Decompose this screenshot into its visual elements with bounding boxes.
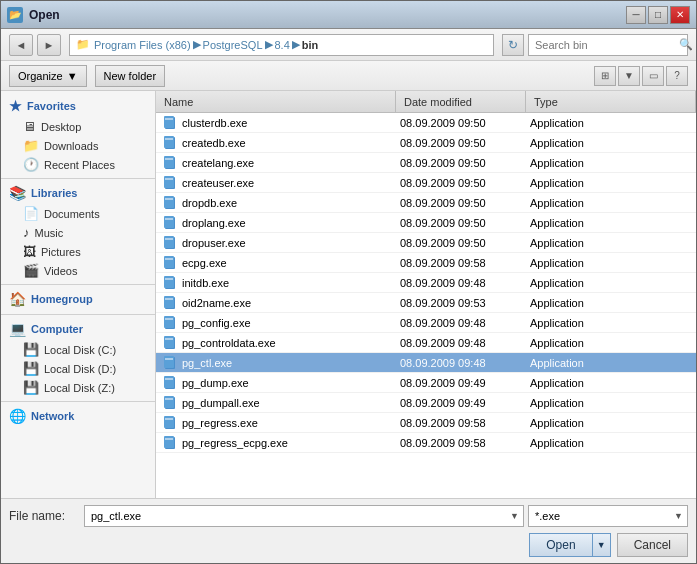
open-dropdown-button[interactable]: ▼ [593, 533, 611, 557]
favorites-icon: ★ [9, 98, 22, 114]
column-header-name[interactable]: Name [156, 91, 396, 112]
svg-rect-37 [164, 356, 174, 368]
file-date: 08.09.2009 09:50 [400, 177, 530, 189]
action-toolbar: Organize ▼ New folder ⊞ ▼ ▭ ? [1, 61, 696, 91]
organize-button[interactable]: Organize ▼ [9, 65, 87, 87]
local-disk-z-icon: 💾 [23, 380, 39, 395]
table-row[interactable]: dropuser.exe08.09.2009 09:50Application [156, 233, 696, 253]
table-row[interactable]: pg_regress_ecpg.exe08.09.2009 09:58Appli… [156, 433, 696, 453]
sidebar-favorites-header[interactable]: ★ Favorites [1, 95, 155, 117]
filename-label: File name: [9, 509, 84, 523]
table-row[interactable]: pg_regress.exe08.09.2009 09:58Applicatio… [156, 413, 696, 433]
organize-arrow-icon: ▼ [67, 70, 78, 82]
column-header-date[interactable]: Date modified [396, 91, 526, 112]
table-row[interactable]: initdb.exe08.09.2009 09:48Application [156, 273, 696, 293]
table-row[interactable]: createdb.exe08.09.2009 09:50Application [156, 133, 696, 153]
svg-rect-5 [165, 138, 173, 140]
sidebar-network-header[interactable]: 🌐 Network [1, 405, 155, 427]
breadcrumb-sep2: ▶ [265, 38, 273, 51]
sidebar-computer-header[interactable]: 💻 Computer [1, 318, 155, 340]
filename-input[interactable] [84, 505, 524, 527]
search-icon[interactable]: 🔍 [679, 35, 693, 55]
help-button[interactable]: ? [666, 66, 688, 86]
svg-rect-35 [165, 338, 173, 340]
svg-rect-26 [165, 278, 173, 280]
pane-button[interactable]: ▭ [642, 66, 664, 86]
file-date: 08.09.2009 09:58 [400, 437, 530, 449]
refresh-button[interactable]: ↻ [502, 34, 524, 56]
breadcrumb-part3: 8.4 [275, 39, 290, 51]
file-list[interactable]: clusterdb.exe08.09.2009 09:50Application… [156, 113, 696, 498]
sidebar-item-local-disk-c[interactable]: 💾 Local Disk (C:) [1, 340, 155, 359]
svg-rect-28 [164, 296, 174, 308]
sidebar-item-downloads[interactable]: 📁 Downloads [1, 136, 155, 155]
table-row[interactable]: pg_dump.exe08.09.2009 09:49Application [156, 373, 696, 393]
table-row[interactable]: dropdb.exe08.09.2009 09:50Application [156, 193, 696, 213]
view-mode-button[interactable]: ⊞ [594, 66, 616, 86]
maximize-button[interactable]: □ [648, 6, 668, 24]
svg-rect-34 [164, 336, 174, 348]
col-type-label: Type [534, 96, 558, 108]
file-type: Application [530, 257, 694, 269]
desktop-icon: 🖥 [23, 119, 36, 134]
file-list-header: Name Date modified Type [156, 91, 696, 113]
close-button[interactable]: ✕ [670, 6, 690, 24]
svg-rect-25 [164, 276, 174, 288]
file-type: Application [530, 357, 694, 369]
table-row[interactable]: clusterdb.exe08.09.2009 09:50Application [156, 113, 696, 133]
open-button[interactable]: Open [529, 533, 592, 557]
back-button[interactable]: ◄ [9, 34, 33, 56]
new-folder-button[interactable]: New folder [95, 65, 166, 87]
sidebar-libraries-header[interactable]: 📚 Libraries [1, 182, 155, 204]
breadcrumb[interactable]: 📁 Program Files (x86) ▶ PostgreSQL ▶ 8.4… [69, 34, 494, 56]
sidebar-item-documents[interactable]: 📄 Documents [1, 204, 155, 223]
column-header-type[interactable]: Type [526, 91, 696, 112]
breadcrumb-sep3: ▶ [292, 38, 300, 51]
sidebar-music-label: Music [35, 227, 64, 239]
sidebar-homegroup-label: Homegroup [31, 293, 93, 305]
file-date: 08.09.2009 09:49 [400, 397, 530, 409]
table-row[interactable]: ecpg.exe08.09.2009 09:58Application [156, 253, 696, 273]
sidebar-item-recent-places[interactable]: 🕐 Recent Places [1, 155, 155, 174]
view-arrow-button[interactable]: ▼ [618, 66, 640, 86]
search-input[interactable] [529, 39, 679, 51]
table-row[interactable]: pg_config.exe08.09.2009 09:48Application [156, 313, 696, 333]
minimize-button[interactable]: ─ [626, 6, 646, 24]
table-row[interactable]: pg_controldata.exe08.09.2009 09:48Applic… [156, 333, 696, 353]
file-date: 08.09.2009 09:49 [400, 377, 530, 389]
sidebar-item-local-disk-z[interactable]: 💾 Local Disk (Z:) [1, 378, 155, 397]
filetype-select[interactable]: *.exe [528, 505, 688, 527]
file-name: droplang.exe [182, 217, 400, 229]
dialog-title: Open [29, 8, 626, 22]
search-bar: 🔍 [528, 34, 688, 56]
sidebar-item-music[interactable]: ♪ Music [1, 223, 155, 242]
open-dialog: 📂 Open ─ □ ✕ ◄ ► 📁 Program Files (x86) ▶… [0, 0, 697, 564]
sidebar-recent-places-label: Recent Places [44, 159, 115, 171]
file-icon [162, 195, 178, 211]
sidebar-item-desktop[interactable]: 🖥 Desktop [1, 117, 155, 136]
table-row[interactable]: createuser.exe08.09.2009 09:50Applicatio… [156, 173, 696, 193]
table-row[interactable]: createlang.exe08.09.2009 09:50Applicatio… [156, 153, 696, 173]
file-icon [162, 395, 178, 411]
sidebar-item-local-disk-d[interactable]: 💾 Local Disk (D:) [1, 359, 155, 378]
file-date: 08.09.2009 09:58 [400, 257, 530, 269]
file-date: 08.09.2009 09:50 [400, 137, 530, 149]
sidebar-item-videos[interactable]: 🎬 Videos [1, 261, 155, 280]
file-icon [162, 275, 178, 291]
file-name: pg_regress.exe [182, 417, 400, 429]
forward-button[interactable]: ► [37, 34, 61, 56]
table-row[interactable]: pg_ctl.exe08.09.2009 09:48Application [156, 353, 696, 373]
pictures-icon: 🖼 [23, 244, 36, 259]
table-row[interactable]: oid2name.exe08.09.2009 09:53Application [156, 293, 696, 313]
sidebar-homegroup-header[interactable]: 🏠 Homegroup [1, 288, 155, 310]
downloads-icon: 📁 [23, 138, 39, 153]
table-row[interactable]: pg_dumpall.exe08.09.2009 09:49Applicatio… [156, 393, 696, 413]
sidebar-section-computer: 💻 Computer 💾 Local Disk (C:) 💾 Local Dis… [1, 318, 155, 397]
file-type: Application [530, 337, 694, 349]
view-controls: ⊞ ▼ ▭ ? [594, 66, 688, 86]
file-icon [162, 315, 178, 331]
action-row: Open ▼ Cancel [9, 533, 688, 557]
table-row[interactable]: droplang.exe08.09.2009 09:50Application [156, 213, 696, 233]
cancel-button[interactable]: Cancel [617, 533, 688, 557]
sidebar-item-pictures[interactable]: 🖼 Pictures [1, 242, 155, 261]
